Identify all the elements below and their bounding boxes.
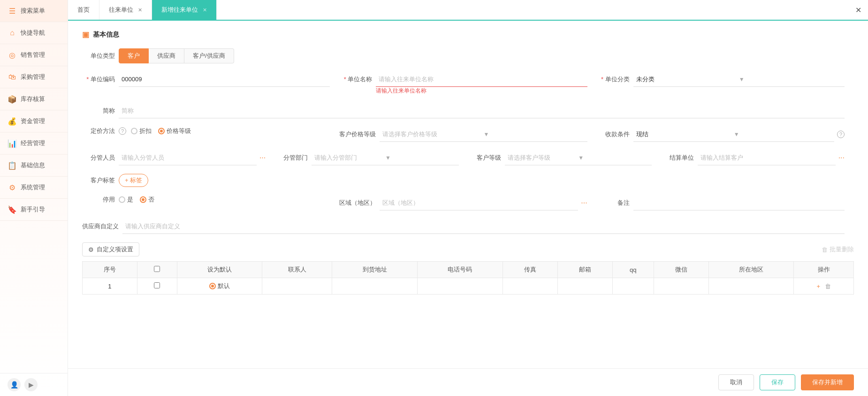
- tab-partners[interactable]: 往来单位 ✕: [99, 0, 152, 20]
- payment-terms-group: 收款条件 现结 ▼ ?: [597, 127, 845, 142]
- customize-settings-button[interactable]: ⚙ 自定义项设置: [82, 242, 139, 256]
- sidebar-item-basic[interactable]: 📋 基础信息: [0, 155, 68, 177]
- tags-label: 客户标签: [82, 176, 115, 185]
- cell-checkbox: [137, 278, 177, 295]
- row-checkbox[interactable]: [154, 282, 160, 288]
- pricing-radio-level[interactable]: 价格等级: [158, 127, 191, 135]
- disabled-label: 停用: [82, 195, 115, 204]
- unit-name-label: 单位名称: [339, 75, 372, 84]
- cancel-button[interactable]: 取消: [718, 374, 754, 390]
- settlement-input[interactable]: [698, 150, 836, 165]
- sidebar-item-guide[interactable]: 🔖 新手引导: [0, 199, 68, 221]
- supplier-custom-input[interactable]: [122, 219, 845, 234]
- delete-row-icon[interactable]: 🗑: [825, 283, 831, 290]
- region-input[interactable]: [380, 195, 578, 210]
- remark-group: 备注: [597, 195, 845, 210]
- table-row: 1 默认: [83, 278, 854, 295]
- manager-more-icon[interactable]: ···: [259, 154, 266, 162]
- main-area: 首页 往来单位 ✕ 新增往来单位 ✕ ✕ ▣ 基本信息 单位类型 客户 供应商: [68, 0, 868, 396]
- bottom-bar: 取消 保存 保存并新增: [68, 368, 868, 396]
- sidebar-item-finance[interactable]: 💰 资金管理: [0, 110, 68, 132]
- disabled-no-radio[interactable]: 否: [140, 195, 154, 204]
- unit-type-group: 单位类型 客户 供应商 客户/供应商: [82, 48, 845, 63]
- batch-delete-button[interactable]: 🗑 批量删除: [822, 245, 854, 254]
- chevron-down-icon: ▼: [739, 76, 842, 83]
- sidebar-item-search[interactable]: ☰ 搜索菜单: [0, 0, 68, 22]
- chevron-down-icon3: ▼: [734, 131, 831, 138]
- save-new-button[interactable]: 保存并新增: [801, 374, 854, 390]
- abbr-input[interactable]: [119, 103, 845, 118]
- dept-group: 分管部门 请输入分管部门 ▼: [275, 150, 458, 165]
- expand-icon[interactable]: ▶: [24, 378, 38, 391]
- pricing-help-icon[interactable]: ?: [119, 127, 126, 135]
- type-btn-both[interactable]: 客户/供应商: [184, 48, 234, 63]
- col-phone: 电话号码: [418, 262, 503, 278]
- tab-partners-close[interactable]: ✕: [138, 7, 142, 13]
- col-default: 设为默认: [177, 262, 262, 278]
- tab-new-partner[interactable]: 新增往来单位 ✕: [152, 0, 217, 20]
- unit-code-group: 单位编码: [82, 72, 330, 87]
- unit-code-input[interactable]: [119, 72, 330, 87]
- region-more-icon[interactable]: ···: [581, 199, 587, 207]
- dept-select[interactable]: 请输入分管部门 ▼: [312, 150, 458, 165]
- tags-row: 客户标签 + 标签: [82, 174, 854, 187]
- dept-label: 分管部门: [275, 154, 308, 162]
- tab-home[interactable]: 首页: [68, 0, 99, 20]
- manager-label: 分管人员: [82, 154, 115, 162]
- remark-label: 备注: [597, 199, 630, 207]
- col-seq: 序号: [83, 262, 137, 278]
- radio-circle-level: [158, 128, 165, 134]
- col-action: 操作: [794, 262, 854, 278]
- radio-circle-yes: [119, 196, 125, 203]
- supplier-custom-label: 供应商自定义: [82, 222, 119, 231]
- guide-icon: 🔖: [8, 205, 17, 214]
- unit-name-input[interactable]: [376, 72, 587, 87]
- payment-terms-select[interactable]: 现结 ▼: [633, 127, 834, 142]
- sidebar-item-operations[interactable]: 📊 经营管理: [0, 132, 68, 155]
- basic-icon: 📋: [8, 161, 17, 170]
- settlement-group: 结算单位 ···: [661, 150, 845, 165]
- add-row-icon[interactable]: +: [817, 283, 821, 290]
- sales-icon: ◎: [8, 50, 17, 60]
- tab-bar: 首页 往来单位 ✕ 新增往来单位 ✕ ✕: [68, 0, 868, 21]
- select-all-checkbox[interactable]: [154, 266, 160, 272]
- pricing-radio-discount[interactable]: 折扣: [131, 127, 152, 135]
- default-radio[interactable]: 默认: [182, 282, 258, 290]
- radio-circle-no: [140, 196, 146, 203]
- customer-price-select[interactable]: 请选择客户价格等级 ▼: [380, 127, 587, 142]
- type-btn-customer[interactable]: 客户: [119, 48, 149, 63]
- abbr-row: 简称: [82, 103, 854, 118]
- manager-row: 分管人员 ··· 分管部门 请输入分管部门 ▼ 客户等级 请选择客户等级 ▼ 结…: [82, 150, 854, 165]
- customer-level-select[interactable]: 请选择客户等级 ▼: [505, 150, 652, 165]
- sidebar-item-label: 采购管理: [21, 73, 45, 81]
- disabled-yes-radio[interactable]: 是: [119, 195, 133, 204]
- unit-code-label: 单位编码: [82, 75, 115, 84]
- disabled-no-label: 否: [148, 195, 154, 204]
- settlement-more-icon[interactable]: ···: [838, 154, 845, 162]
- sidebar-item-quicknav[interactable]: ⌂ 快捷导航: [0, 22, 68, 44]
- unit-type-buttons: 客户 供应商 客户/供应商: [119, 48, 234, 63]
- col-qq: qq: [612, 262, 654, 278]
- remark-input[interactable]: [633, 195, 845, 210]
- unit-category-select[interactable]: 未分类 ▼: [633, 72, 845, 87]
- add-tag-button[interactable]: + 标签: [119, 174, 148, 187]
- type-btn-supplier[interactable]: 供应商: [149, 48, 184, 63]
- unit-category-value: 未分类: [636, 75, 739, 84]
- tab-partners-label: 往来单位: [109, 6, 133, 14]
- sidebar-item-inventory[interactable]: 📦 库存核算: [0, 88, 68, 110]
- sidebar-item-system[interactable]: ⚙ 系统管理: [0, 177, 68, 199]
- manager-input[interactable]: [119, 150, 257, 165]
- cell-contact: [262, 278, 332, 295]
- section-title: ▣ 基本信息: [82, 30, 854, 39]
- sidebar-item-purchase[interactable]: 🛍 采购管理: [0, 66, 68, 88]
- close-all-tabs[interactable]: ✕: [849, 0, 868, 20]
- sidebar-item-sales[interactable]: ◎ 销售管理: [0, 44, 68, 66]
- payment-help-icon[interactable]: ?: [837, 131, 845, 138]
- tab-new-partner-close[interactable]: ✕: [203, 7, 207, 13]
- sidebar: ☰ 搜索菜单 ⌂ 快捷导航 ◎ 销售管理 🛍 采购管理 📦 库存核算 💰 资金管…: [0, 0, 68, 396]
- unit-type-row: 单位类型 客户 供应商 客户/供应商: [82, 48, 854, 63]
- cell-actions: + 🗑: [794, 278, 854, 295]
- tags-group: 客户标签 + 标签: [82, 174, 845, 187]
- save-button[interactable]: 保存: [760, 374, 795, 390]
- disabled-radio-group: 是 否: [119, 195, 154, 204]
